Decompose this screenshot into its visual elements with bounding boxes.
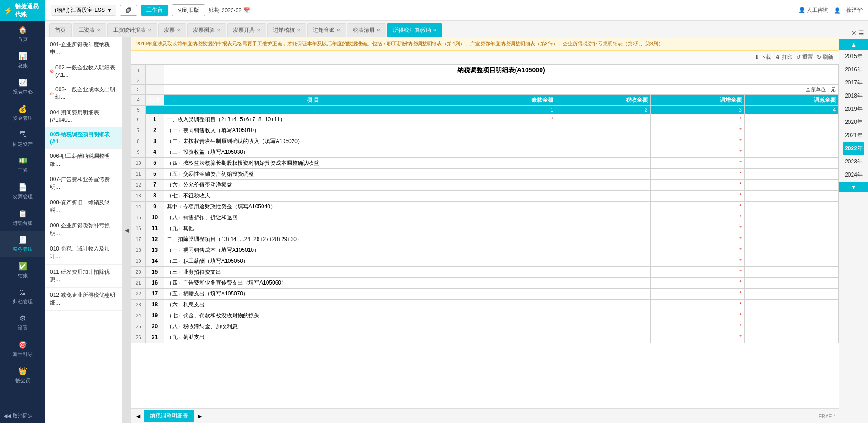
tab-close-6[interactable]: ✕	[297, 28, 300, 33]
tab-1[interactable]: 工资表✕	[73, 23, 106, 37]
support-btn[interactable]: 👤 人工咨询	[799, 6, 828, 14]
col1-cell[interactable]	[462, 190, 556, 201]
col1-cell[interactable]	[462, 125, 556, 136]
col3-cell[interactable]: *	[650, 190, 744, 201]
col4-cell[interactable]	[744, 299, 838, 310]
year-item-3[interactable]: 2018年	[843, 89, 864, 103]
project-cell[interactable]: （一）视同销售收入（填写A105010）	[164, 125, 462, 136]
project-cell[interactable]: （六）利息支出	[164, 299, 462, 310]
col4-cell[interactable]	[744, 234, 838, 245]
sub-nav-item-3[interactable]: 004-期间费用明细表(A1040...	[45, 105, 122, 127]
sub-nav-item-6[interactable]: 007-广告费和业务宣传费明...	[45, 172, 122, 195]
scroll-right-btn[interactable]: ▶	[196, 413, 203, 419]
col3-cell[interactable]: *	[650, 277, 744, 288]
col4-cell[interactable]	[744, 147, 838, 157]
project-cell[interactable]: 一、收入类调整项目（2+3+4+5+6+7+8+10+11）	[164, 114, 462, 125]
col3-cell[interactable]: *	[650, 245, 744, 256]
project-cell[interactable]: （六）公允价值变动净损益	[164, 179, 462, 190]
col3-cell[interactable]: *	[650, 136, 744, 147]
col4-cell[interactable]	[744, 245, 838, 256]
col4-cell[interactable]	[744, 310, 838, 321]
col4-cell[interactable]	[744, 288, 838, 299]
col1-cell[interactable]	[462, 223, 556, 234]
project-cell[interactable]: （二）未按权责发生制原则确认的收入（填写A105020）	[164, 136, 462, 147]
col4-cell[interactable]	[744, 332, 838, 343]
tab-3[interactable]: 发票✕	[158, 23, 186, 37]
tab-0[interactable]: 首页	[49, 23, 72, 37]
col4-cell[interactable]	[744, 321, 838, 332]
year-item-5[interactable]: 2020年	[843, 116, 864, 129]
col2-cell[interactable]	[556, 266, 650, 277]
col1-cell[interactable]	[462, 136, 556, 147]
col1-cell[interactable]	[462, 266, 556, 277]
col3-cell[interactable]: *	[650, 125, 744, 136]
sub-nav-item-9[interactable]: 010-免税、减计收入及加计...	[45, 241, 122, 265]
collapse-btn[interactable]: ◀	[123, 37, 131, 423]
project-cell[interactable]: （四）按权益法核算长期股权投资对初始投资成本调整确认收益	[164, 157, 462, 168]
sidebar-item-12[interactable]: 🎯新手引导	[0, 336, 45, 362]
col3-cell[interactable]: *	[650, 168, 744, 179]
year-nav-up-btn[interactable]: ▲	[839, 39, 868, 50]
tab-5[interactable]: 发票开具✕	[227, 23, 266, 37]
user-name[interactable]: 徐泽华	[846, 6, 863, 14]
col2-cell[interactable]	[556, 321, 650, 332]
col3-cell[interactable]: *	[650, 321, 744, 332]
col1-cell[interactable]	[462, 179, 556, 190]
col1-cell[interactable]	[462, 201, 556, 212]
project-cell[interactable]: （八）税收滞纳金、加收利息	[164, 321, 462, 332]
col2-cell[interactable]	[556, 245, 650, 256]
col2-cell[interactable]	[556, 168, 650, 179]
sub-nav-item-11[interactable]: 012-减免企业所得税优惠明细...	[45, 288, 122, 311]
col4-cell[interactable]	[744, 212, 838, 223]
sidebar-item-0[interactable]: 🏠首页	[0, 21, 45, 47]
reset-btn[interactable]: ↺ 重置	[796, 54, 813, 61]
col3-cell[interactable]: *	[650, 212, 744, 223]
sub-nav-item-8[interactable]: 009-企业所得税弥补亏损明...	[45, 218, 122, 241]
project-cell[interactable]: （九）赞助支出	[164, 332, 462, 343]
tab-2[interactable]: 工资统计报表✕	[107, 23, 157, 37]
col1-cell[interactable]	[462, 277, 556, 288]
sub-nav-item-0[interactable]: 001-企业所得税年度纳税申...	[45, 37, 122, 60]
tab-close-8[interactable]: ✕	[377, 28, 380, 33]
col2-cell[interactable]	[556, 147, 650, 157]
col3-cell[interactable]: *	[650, 288, 744, 299]
col2-cell[interactable]	[556, 114, 650, 125]
col1-cell[interactable]	[462, 299, 556, 310]
copy-btn[interactable]: 🗐	[120, 5, 137, 16]
col1-cell[interactable]	[462, 168, 556, 179]
year-nav-down-btn[interactable]: ▼	[839, 182, 868, 192]
col1-cell[interactable]	[462, 256, 556, 266]
col1-cell[interactable]	[462, 157, 556, 168]
unpin-sidebar[interactable]: ◀◀ 取消固定	[0, 409, 45, 423]
year-item-0[interactable]: 2015年	[843, 50, 864, 63]
col1-cell[interactable]: *	[462, 114, 556, 125]
year-item-9[interactable]: 2024年	[843, 168, 864, 182]
project-cell[interactable]: （一）视同销售成本（填写A105010）	[164, 245, 462, 256]
col1-cell[interactable]	[462, 321, 556, 332]
col4-cell[interactable]	[744, 256, 838, 266]
col3-cell[interactable]: *	[650, 179, 744, 190]
year-item-1[interactable]: 2016年	[843, 63, 864, 76]
sidebar-item-9[interactable]: ✅结账	[0, 257, 45, 284]
year-item-7[interactable]: 2022年	[843, 142, 864, 155]
download-btn[interactable]: ⬇ 下载	[754, 54, 771, 61]
project-cell[interactable]: （九）其他	[164, 223, 462, 234]
col1-cell[interactable]	[462, 332, 556, 343]
col2-cell[interactable]	[556, 136, 650, 147]
col3-cell[interactable]: *	[650, 310, 744, 321]
col1-cell[interactable]	[462, 245, 556, 256]
sidebar-item-1[interactable]: 📊总账	[0, 47, 45, 74]
year-item-2[interactable]: 2017年	[843, 76, 864, 89]
sidebar-item-6[interactable]: 📄发票管理	[0, 178, 45, 205]
col4-cell[interactable]	[744, 114, 838, 125]
col2-cell[interactable]	[556, 332, 650, 343]
sub-nav-item-7[interactable]: 008-资产折旧、摊销及纳税...	[45, 195, 122, 218]
sidebar-item-10[interactable]: 🗂归档管理	[0, 284, 45, 310]
col3-cell[interactable]: *	[650, 234, 744, 245]
col4-cell[interactable]	[744, 168, 838, 179]
workbench-btn[interactable]: 工作台	[141, 5, 168, 16]
col4-cell[interactable]	[744, 157, 838, 168]
col2-cell[interactable]	[556, 190, 650, 201]
tab-close-5[interactable]: ✕	[257, 28, 260, 33]
sheet-container[interactable]: 1 纳税调整项目明细表(A105000) 2 3 全额单位：元	[131, 64, 839, 409]
